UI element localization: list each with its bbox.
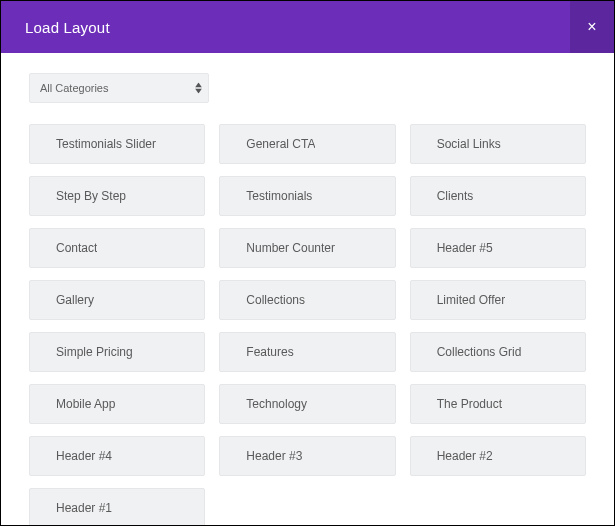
- layout-item[interactable]: Header #3: [219, 436, 395, 476]
- layout-item-label: Step By Step: [56, 189, 126, 203]
- layout-item-label: Collections: [246, 293, 305, 307]
- layout-item[interactable]: Step By Step: [29, 176, 205, 216]
- load-layout-modal: Load Layout × All Categories Testimonial…: [0, 0, 615, 526]
- layout-item-label: General CTA: [246, 137, 315, 151]
- layout-item[interactable]: Testimonials Slider: [29, 124, 205, 164]
- layout-item[interactable]: Header #5: [410, 228, 586, 268]
- layout-item-label: Header #2: [437, 449, 493, 463]
- layout-item-label: Number Counter: [246, 241, 335, 255]
- layout-item[interactable]: Header #2: [410, 436, 586, 476]
- layout-grid: Testimonials SliderGeneral CTASocial Lin…: [29, 124, 586, 525]
- category-select[interactable]: All Categories: [29, 73, 209, 103]
- layout-item[interactable]: Testimonials: [219, 176, 395, 216]
- layout-item-label: Limited Offer: [437, 293, 505, 307]
- layout-item-label: Simple Pricing: [56, 345, 133, 359]
- layout-item-label: Clients: [437, 189, 474, 203]
- layout-item-label: Collections Grid: [437, 345, 522, 359]
- layout-item[interactable]: Mobile App: [29, 384, 205, 424]
- layout-item[interactable]: Collections: [219, 280, 395, 320]
- layout-item[interactable]: Gallery: [29, 280, 205, 320]
- layout-item-label: Features: [246, 345, 293, 359]
- updown-icon: [195, 83, 202, 94]
- layout-item-label: Testimonials: [246, 189, 312, 203]
- layout-item[interactable]: Collections Grid: [410, 332, 586, 372]
- layout-item-label: Mobile App: [56, 397, 115, 411]
- modal-header: Load Layout ×: [1, 1, 614, 53]
- layout-item[interactable]: Technology: [219, 384, 395, 424]
- layout-item[interactable]: Number Counter: [219, 228, 395, 268]
- layout-item[interactable]: Limited Offer: [410, 280, 586, 320]
- layout-item[interactable]: Header #4: [29, 436, 205, 476]
- layout-item[interactable]: Header #1: [29, 488, 205, 525]
- close-icon: ×: [587, 18, 596, 36]
- layout-item-label: Header #4: [56, 449, 112, 463]
- filter-row: All Categories: [29, 73, 586, 106]
- layout-item-label: Header #5: [437, 241, 493, 255]
- close-button[interactable]: ×: [570, 1, 614, 53]
- layout-item[interactable]: Contact: [29, 228, 205, 268]
- layout-item-label: Header #1: [56, 501, 112, 515]
- modal-body: All Categories Testimonials SliderGenera…: [1, 53, 614, 525]
- layout-item-label: Gallery: [56, 293, 94, 307]
- category-select-value: All Categories: [30, 74, 208, 102]
- layout-item-label: The Product: [437, 397, 502, 411]
- layout-item[interactable]: Features: [219, 332, 395, 372]
- layout-item[interactable]: Social Links: [410, 124, 586, 164]
- layout-item[interactable]: Simple Pricing: [29, 332, 205, 372]
- layout-item-label: Contact: [56, 241, 97, 255]
- modal-title: Load Layout: [1, 19, 110, 36]
- layout-item-label: Technology: [246, 397, 307, 411]
- layout-item[interactable]: Clients: [410, 176, 586, 216]
- layout-item[interactable]: The Product: [410, 384, 586, 424]
- layout-item-label: Testimonials Slider: [56, 137, 156, 151]
- layout-item[interactable]: General CTA: [219, 124, 395, 164]
- layout-item-label: Social Links: [437, 137, 501, 151]
- layout-item-label: Header #3: [246, 449, 302, 463]
